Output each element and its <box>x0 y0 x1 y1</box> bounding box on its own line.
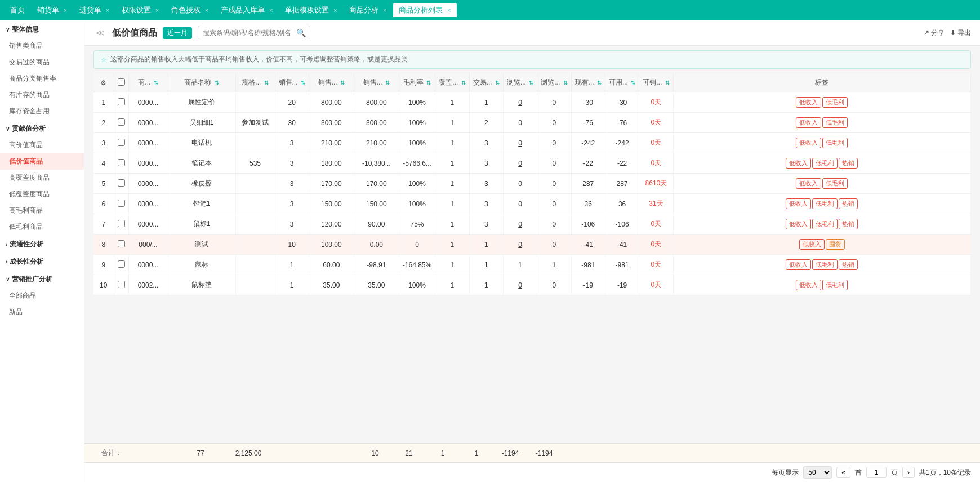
th-transactions[interactable]: 交易... ⇅ <box>469 73 503 92</box>
browse-link[interactable]: 1 <box>518 261 522 269</box>
row-select-checkbox[interactable] <box>118 159 125 166</box>
th-sales3[interactable]: 销售... ⇅ <box>354 73 399 92</box>
sidebar-section-contribution[interactable]: ∨ 贡献值分析 <box>0 120 84 137</box>
th-saleable-inv[interactable]: 可销... ⇅ <box>639 73 673 92</box>
row-select-checkbox[interactable] <box>118 220 125 227</box>
th-coverage[interactable]: 覆盖... ⇅ <box>435 73 469 92</box>
browse-link[interactable]: 0 <box>518 220 522 228</box>
nav-product-inbound[interactable]: 产成品入库单 × <box>215 3 278 17</box>
row-select-checkbox[interactable] <box>118 281 125 288</box>
row-browse1[interactable]: 0 <box>503 113 537 133</box>
th-sales1[interactable]: 销售... ⇅ <box>275 73 309 92</box>
row-browse1[interactable]: 0 <box>503 214 537 235</box>
th-current-inv[interactable]: 现有... ⇅ <box>571 73 605 92</box>
row-browse1[interactable]: 0 <box>503 133 537 153</box>
page-number-input[interactable] <box>866 467 887 478</box>
first-page-button[interactable]: « <box>836 467 850 478</box>
share-button[interactable]: ↗ 分享 <box>924 28 945 38</box>
sidebar-item-stocked-products[interactable]: 有库存的商品 <box>0 87 84 103</box>
th-available-inv[interactable]: 可用... ⇅ <box>605 73 639 92</box>
row-browse1[interactable]: 0 <box>503 174 537 194</box>
sidebar-section-marketing[interactable]: ∨ 营销推广分析 <box>0 270 84 288</box>
nav-template[interactable]: 单据模板设置 × <box>279 3 342 17</box>
sidebar-item-new-products[interactable]: 新品 <box>0 304 84 320</box>
th-checkbox[interactable] <box>114 73 128 92</box>
sidebar-item-sales-products[interactable]: 销售类商品 <box>0 38 84 54</box>
sidebar-section-overall[interactable]: ∨ 整体信息 <box>0 20 84 38</box>
row-browse1[interactable]: 1 <box>503 255 537 275</box>
browse-link[interactable]: 0 <box>518 160 522 167</box>
row-checkbox[interactable] <box>114 153 128 174</box>
sidebar-item-low-value[interactable]: 低价值商品 <box>0 153 84 170</box>
sidebar-item-high-coverage[interactable]: 高覆盖度商品 <box>0 170 84 186</box>
export-button[interactable]: ⬇ 导出 <box>950 28 971 38</box>
row-checkbox[interactable] <box>114 133 128 153</box>
row-checkbox[interactable] <box>114 235 128 255</box>
sidebar-collapse-button[interactable]: ≪ <box>93 26 106 39</box>
row-browse1[interactable]: 0 <box>503 275 537 295</box>
browse-link[interactable]: 0 <box>518 119 522 127</box>
th-code[interactable]: 商... ⇅ <box>128 73 168 92</box>
close-icon[interactable]: × <box>64 7 67 14</box>
sidebar-item-high-value[interactable]: 高价值商品 <box>0 137 84 153</box>
row-checkbox[interactable] <box>114 174 128 194</box>
th-product-name[interactable]: 商品名称 ⇅ <box>168 73 235 92</box>
time-filter-button[interactable]: 近一月 <box>163 27 192 39</box>
sidebar-item-low-margin[interactable]: 低毛利商品 <box>0 219 84 235</box>
row-checkbox[interactable] <box>114 113 128 133</box>
browse-link[interactable]: 0 <box>518 139 522 147</box>
row-browse1[interactable]: 0 <box>503 235 537 255</box>
th-settings[interactable]: ⚙ <box>93 73 114 92</box>
row-browse1[interactable]: 0 <box>503 92 537 113</box>
sidebar-item-all-products[interactable]: 全部商品 <box>0 288 84 304</box>
th-browse1[interactable]: 浏览... ⇅ <box>503 73 537 92</box>
row-select-checkbox[interactable] <box>118 240 125 247</box>
close-icon[interactable]: × <box>205 7 208 14</box>
nav-product-analysis-list[interactable]: 商品分析列表 × <box>393 3 456 17</box>
close-icon[interactable]: × <box>447 7 451 14</box>
browse-link[interactable]: 0 <box>518 180 522 188</box>
close-icon[interactable]: × <box>333 7 337 14</box>
sidebar-item-inventory-capital[interactable]: 库存资金占用 <box>0 103 84 120</box>
sidebar-item-category-sales[interactable]: 商品分类销售率 <box>0 70 84 87</box>
next-page-button[interactable]: › <box>902 467 915 478</box>
row-checkbox[interactable] <box>114 255 128 275</box>
sidebar-item-high-margin[interactable]: 高毛利商品 <box>0 202 84 219</box>
row-browse1[interactable]: 0 <box>503 153 537 174</box>
row-checkbox[interactable] <box>114 275 128 295</box>
select-all-checkbox[interactable] <box>118 78 125 86</box>
nav-purchase[interactable]: 进货单 × <box>74 3 115 17</box>
row-select-checkbox[interactable] <box>118 118 125 126</box>
sidebar-section-growth[interactable]: › 成长性分析 <box>0 253 84 270</box>
close-icon[interactable]: × <box>155 7 159 14</box>
browse-link[interactable]: 0 <box>518 200 522 208</box>
browse-link[interactable]: 0 <box>518 99 522 107</box>
nav-home[interactable]: 首页 <box>5 3 30 17</box>
nav-roles[interactable]: 角色授权 × <box>166 3 214 17</box>
row-select-checkbox[interactable] <box>118 139 125 146</box>
row-checkbox[interactable] <box>114 92 128 113</box>
sidebar-section-circulation[interactable]: › 流通性分析 <box>0 235 84 253</box>
row-checkbox[interactable] <box>114 214 128 235</box>
close-icon[interactable]: × <box>269 7 273 14</box>
th-browse2[interactable]: 浏览... ⇅ <box>537 73 571 92</box>
close-icon[interactable]: × <box>106 7 109 14</box>
close-icon[interactable]: × <box>383 7 386 14</box>
row-checkbox[interactable] <box>114 194 128 214</box>
row-select-checkbox[interactable] <box>118 179 125 187</box>
row-select-checkbox[interactable] <box>118 260 125 268</box>
th-margin-rate[interactable]: 毛利率 ⇅ <box>399 73 435 92</box>
sidebar-item-low-coverage[interactable]: 低覆盖度商品 <box>0 186 84 202</box>
th-sales2[interactable]: 销售... ⇅ <box>309 73 354 92</box>
nav-permissions[interactable]: 权限设置 × <box>116 3 164 17</box>
th-spec[interactable]: 规格... ⇅ <box>235 73 275 92</box>
nav-product-analysis[interactable]: 商品分析 × <box>344 3 392 17</box>
sidebar-item-traded-products[interactable]: 交易过的商品 <box>0 54 84 70</box>
browse-link[interactable]: 0 <box>518 241 522 249</box>
row-select-checkbox[interactable] <box>118 98 125 105</box>
per-page-select[interactable]: 50 100 200 <box>803 466 832 479</box>
search-input[interactable] <box>198 26 310 39</box>
nav-sales[interactable]: 销货单 × <box>32 3 73 17</box>
row-browse1[interactable]: 0 <box>503 194 537 214</box>
row-select-checkbox[interactable] <box>118 200 125 207</box>
